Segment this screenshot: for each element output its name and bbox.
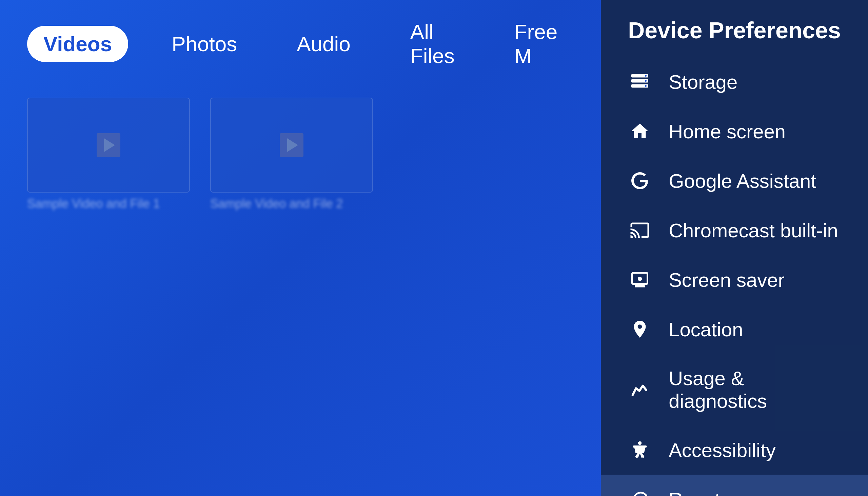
menu-item-google-assistant[interactable]: Google Assistant — [601, 156, 868, 205]
screen-saver-label: Screen saver — [669, 268, 785, 291]
video-title-2: Sample Video and File 2 — [210, 197, 373, 211]
device-preferences-panel: Device Preferences Storage — [601, 0, 868, 496]
svg-point-5 — [645, 85, 647, 87]
home-icon — [628, 119, 652, 143]
menu-item-screen-saver[interactable]: Screen saver — [601, 255, 868, 305]
menu-list: Storage Home screen Google Assistant — [601, 57, 868, 496]
play-triangle-icon-2 — [287, 138, 298, 152]
menu-item-accessibility[interactable]: Accessibility — [601, 425, 868, 475]
menu-item-home-screen[interactable]: Home screen — [601, 106, 868, 156]
video-grid: Sample Video and File 1 Sample Video and… — [0, 84, 601, 224]
usage-diagnostics-label: Usage & diagnostics — [669, 367, 841, 412]
video-card-2[interactable]: Sample Video and File 2 — [210, 98, 373, 211]
menu-item-usage-diagnostics[interactable]: Usage & diagnostics — [601, 354, 868, 425]
home-screen-label: Home screen — [669, 120, 786, 143]
accessibility-icon — [628, 438, 652, 462]
play-button-2[interactable] — [280, 133, 304, 157]
storage-icon — [628, 70, 652, 94]
tab-photos[interactable]: Photos — [155, 26, 253, 62]
reset-icon — [628, 487, 652, 496]
tab-audio[interactable]: Audio — [280, 26, 367, 62]
panel-title: Device Preferences — [601, 0, 868, 57]
menu-item-location[interactable]: Location — [601, 305, 868, 354]
tab-videos[interactable]: Videos — [27, 26, 128, 62]
video-card-1[interactable]: Sample Video and File 1 — [27, 98, 190, 211]
top-nav: Videos Photos Audio All Files Free M — [0, 0, 601, 84]
menu-item-chromecast[interactable]: Chromecast built-in — [601, 205, 868, 255]
menu-item-reset[interactable]: Reset — [601, 475, 868, 496]
location-label: Location — [669, 318, 743, 341]
diagnostics-icon — [628, 378, 652, 401]
main-content-area: Videos Photos Audio All Files Free M Sam… — [0, 0, 601, 496]
location-icon — [628, 317, 652, 341]
play-triangle-icon — [104, 138, 115, 152]
accessibility-label: Accessibility — [669, 439, 776, 461]
chromecast-label: Chromecast built-in — [669, 219, 838, 242]
video-thumbnail-1[interactable] — [27, 98, 190, 192]
cast-icon — [628, 218, 652, 242]
tab-all-files[interactable]: All Files — [394, 14, 471, 74]
svg-point-6 — [638, 277, 642, 281]
screensaver-icon — [628, 268, 652, 292]
play-button-1[interactable] — [97, 133, 120, 157]
menu-item-storage[interactable]: Storage — [601, 57, 868, 106]
google-icon — [628, 169, 652, 192]
svg-point-3 — [645, 75, 647, 77]
svg-point-4 — [645, 80, 647, 82]
video-thumbnail-2[interactable] — [210, 98, 373, 192]
tab-free-m[interactable]: Free M — [498, 14, 574, 74]
video-title-1: Sample Video and File 1 — [27, 197, 190, 211]
svg-point-10 — [638, 441, 641, 445]
reset-label: Reset — [669, 488, 720, 496]
google-assistant-label: Google Assistant — [669, 170, 816, 192]
storage-label: Storage — [669, 71, 738, 93]
